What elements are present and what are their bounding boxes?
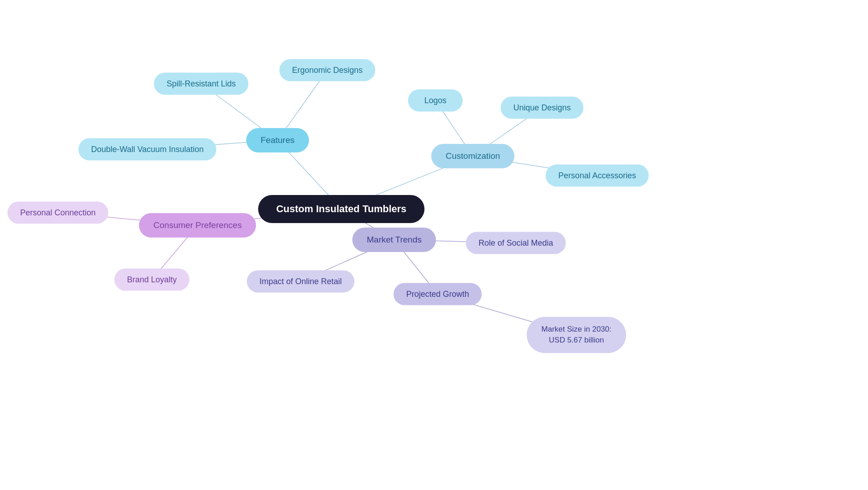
consumer-preferences-node[interactable]: Consumer Preferences bbox=[139, 213, 256, 238]
market-size-2030-node[interactable]: Market Size in 2030: USD 5.67 billion bbox=[527, 317, 626, 353]
logos-node[interactable]: Logos bbox=[408, 90, 462, 112]
market-trends-node[interactable]: Market Trends bbox=[352, 228, 436, 252]
spill-resistant-lids-node[interactable]: Spill-Resistant Lids bbox=[154, 73, 248, 95]
personal-accessories-node[interactable]: Personal Accessories bbox=[546, 165, 649, 187]
mind-map: Custom Insulated Tumblers Features Spill… bbox=[0, 0, 868, 490]
personal-connection-node[interactable]: Personal Connection bbox=[7, 202, 108, 224]
ergonomic-designs-node[interactable]: Ergonomic Designs bbox=[279, 59, 375, 81]
impact-of-online-retail-node[interactable]: Impact of Online Retail bbox=[247, 271, 354, 293]
center-node[interactable]: Custom Insulated Tumblers bbox=[258, 195, 425, 223]
customization-node[interactable]: Customization bbox=[431, 144, 514, 168]
double-wall-vacuum-node[interactable]: Double-Wall Vacuum Insulation bbox=[78, 138, 216, 161]
brand-loyalty-node[interactable]: Brand Loyalty bbox=[114, 269, 189, 291]
projected-growth-node[interactable]: Projected Growth bbox=[393, 283, 481, 305]
role-of-social-media-node[interactable]: Role of Social Media bbox=[466, 232, 566, 254]
unique-designs-node[interactable]: Unique Designs bbox=[500, 97, 583, 119]
features-node[interactable]: Features bbox=[246, 128, 309, 152]
